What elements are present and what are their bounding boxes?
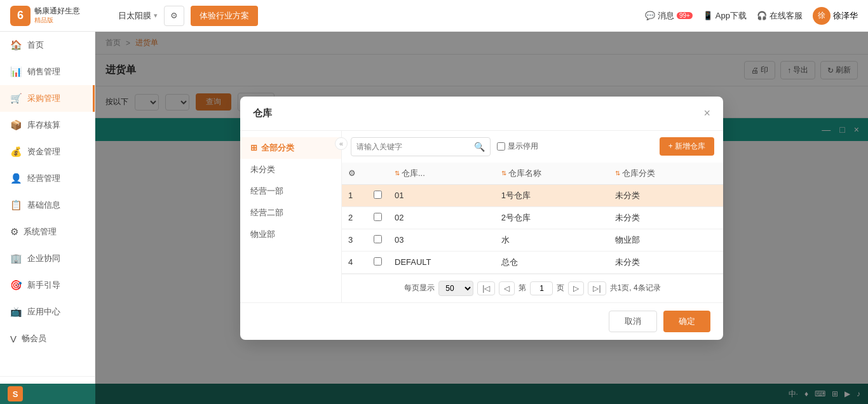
page-input[interactable]: [530, 281, 553, 295]
modal-close-button[interactable]: ×: [703, 107, 710, 120]
sidebar-item-label: 新手引导: [27, 279, 60, 291]
sort-icon: ⇅: [395, 170, 400, 177]
row-checkbox[interactable]: [374, 191, 382, 199]
category-item-property[interactable]: 物业部: [240, 224, 341, 245]
modal-overlay: 仓库 × ⊞ 全部分类 未分类 经营一部 经营二部 物业部: [95, 32, 868, 404]
pagination: 每页显示 50 10 20 100 |◁ ◁ 第 页: [342, 274, 723, 302]
try-industry-button[interactable]: 体验行业方案: [191, 6, 258, 26]
row-category: 未分类: [609, 206, 723, 229]
th-category[interactable]: ⇅ 仓库分类: [609, 163, 723, 185]
table-panel: 🔍 显示停用 + 新增仓库: [342, 131, 723, 302]
customer-service-button[interactable]: 🎧 在线客服: [757, 10, 803, 22]
message-badge: 99+: [677, 12, 693, 19]
show-disabled-checkbox[interactable]: [497, 142, 505, 151]
th-name[interactable]: ⇅ 仓库名称: [495, 163, 609, 185]
per-page-select[interactable]: 50 10 20 100: [438, 281, 473, 296]
sidebar-item-inventory[interactable]: 📦 库存核算: [0, 112, 95, 138]
app-download-button[interactable]: 📱 App下载: [703, 10, 747, 22]
table-row[interactable]: 4 DEFAULT 总仓 未分类: [342, 251, 723, 273]
add-warehouse-button[interactable]: + 新增仓库: [660, 137, 714, 156]
sidebar-item-sales[interactable]: 📊 销售管理: [0, 58, 95, 85]
show-disabled-label: 显示停用: [497, 141, 538, 152]
next-page-button[interactable]: ▷: [568, 281, 584, 295]
message-icon: 💬: [645, 11, 655, 20]
settings-icon: ⚙: [348, 168, 356, 178]
sidebar-item-label: 系统管理: [24, 226, 57, 238]
category-item-unclassified[interactable]: 未分类: [240, 159, 341, 180]
row-category: 未分类: [609, 184, 723, 206]
settings-button[interactable]: ⚙: [164, 6, 184, 26]
row-name: 总仓: [495, 251, 609, 273]
sidebar-item-label: 销售管理: [27, 66, 60, 77]
last-page-button[interactable]: ▷|: [588, 281, 606, 295]
search-icon: 🔍: [474, 142, 485, 152]
sidebar-item-purchase[interactable]: 🛒 采购管理: [0, 85, 95, 112]
row-category: 未分类: [609, 251, 723, 273]
category-panel: ⊞ 全部分类 未分类 经营一部 经营二部 物业部 «: [240, 131, 342, 302]
sidebar-item-label: 经营管理: [27, 173, 60, 184]
app-label: App下载: [715, 10, 747, 22]
home-icon: 🏠: [10, 39, 22, 51]
sidebar-item-label: 畅会员: [22, 333, 46, 344]
table-wrapper: ⚙ ⇅ 仓库...: [342, 163, 723, 274]
first-page-button[interactable]: |◁: [477, 281, 495, 295]
category-all-item[interactable]: ⊞ 全部分类: [240, 137, 341, 159]
store-selector[interactable]: 日太阳膜 ▾: [118, 10, 158, 22]
sidebar: 🏠 首页 📊 销售管理 🛒 采购管理 📦 库存核算 💰 资金管理 👤 经营管理 …: [0, 32, 95, 404]
search-button[interactable]: 🔍: [469, 142, 490, 152]
row-name: 1号仓库: [495, 184, 609, 206]
sidebar-item-member[interactable]: V 畅会员: [0, 325, 95, 352]
sidebar-item-label: 企业协同: [27, 253, 60, 264]
sidebar-item-app-center[interactable]: 📺 应用中心: [0, 299, 95, 325]
category-item-dept2[interactable]: 经营二部: [240, 202, 341, 224]
sidebar-item-finance[interactable]: 💰 资金管理: [0, 138, 95, 165]
sidebar-item-guide[interactable]: 🎯 新手引导: [0, 272, 95, 299]
row-checkbox[interactable]: [374, 213, 382, 221]
table-row[interactable]: 3 03 水 物业部: [342, 229, 723, 251]
top-header: 6 畅康通好生意 精品版 日太阳膜 ▾ ⚙ 体验行业方案 💬 消息 99+ 📱 …: [0, 0, 868, 32]
sidebar-item-enterprise[interactable]: 🏢 企业协同: [0, 245, 95, 272]
finance-icon: 💰: [10, 146, 22, 158]
category-item-dept1[interactable]: 经营一部: [240, 180, 341, 202]
message-button[interactable]: 💬 消息 99+: [645, 10, 693, 22]
logo-icon: 6: [10, 6, 31, 26]
sales-icon: 📊: [10, 66, 22, 77]
category-collapse-button[interactable]: «: [335, 137, 348, 150]
prev-page-button[interactable]: ◁: [499, 281, 515, 295]
statusbar-logo-icon: S: [8, 386, 23, 401]
table-header: ⚙ ⇅ 仓库...: [342, 163, 723, 185]
row-category: 物业部: [609, 229, 723, 251]
headset-icon: 🎧: [757, 11, 767, 20]
header-right: 💬 消息 99+ 📱 App下载 🎧 在线客服 徐 徐泽华: [645, 7, 858, 25]
sidebar-item-home[interactable]: 🏠 首页: [0, 32, 95, 58]
row-checkbox[interactable]: [374, 257, 382, 266]
table-row[interactable]: 1 01 1号仓库 未分类: [342, 184, 723, 206]
sidebar-item-label: 资金管理: [27, 146, 60, 158]
sidebar-item-system[interactable]: ⚙ 系统管理: [0, 219, 95, 245]
sidebar-item-label: 应用中心: [27, 306, 60, 318]
modal-title: 仓库: [253, 107, 272, 119]
sidebar-item-operations[interactable]: 👤 经营管理: [0, 165, 95, 192]
cancel-button[interactable]: 取消: [609, 311, 657, 332]
th-code[interactable]: ⇅ 仓库...: [388, 163, 495, 185]
user-avatar-area[interactable]: 徐 徐泽华: [813, 7, 858, 25]
avatar: 徐: [813, 7, 831, 25]
row-code: 01: [388, 184, 495, 206]
app-center-icon: 📺: [10, 306, 22, 318]
row-code: 02: [388, 206, 495, 229]
row-checkbox[interactable]: [374, 235, 382, 243]
sidebar-item-basic-info[interactable]: 📋 基础信息: [0, 192, 95, 219]
sort-icon: ⇅: [501, 170, 506, 177]
table-row[interactable]: 2 02 2号仓库 未分类: [342, 206, 723, 229]
search-input[interactable]: [351, 142, 469, 151]
row-num: 3: [342, 229, 367, 251]
confirm-button[interactable]: 确定: [663, 311, 710, 332]
logo-title: 畅康通好生意: [34, 6, 80, 17]
operations-icon: 👤: [10, 173, 22, 184]
store-name: 日太阳膜: [118, 10, 151, 22]
main-content: 首页 > 进货单 进货单 🖨 印 ↑ 导出 ↻ 刷新: [95, 32, 868, 404]
row-num: 4: [342, 251, 367, 273]
inventory-icon: 📦: [10, 119, 22, 131]
message-label: 消息: [658, 10, 674, 22]
row-name: 水: [495, 229, 609, 251]
